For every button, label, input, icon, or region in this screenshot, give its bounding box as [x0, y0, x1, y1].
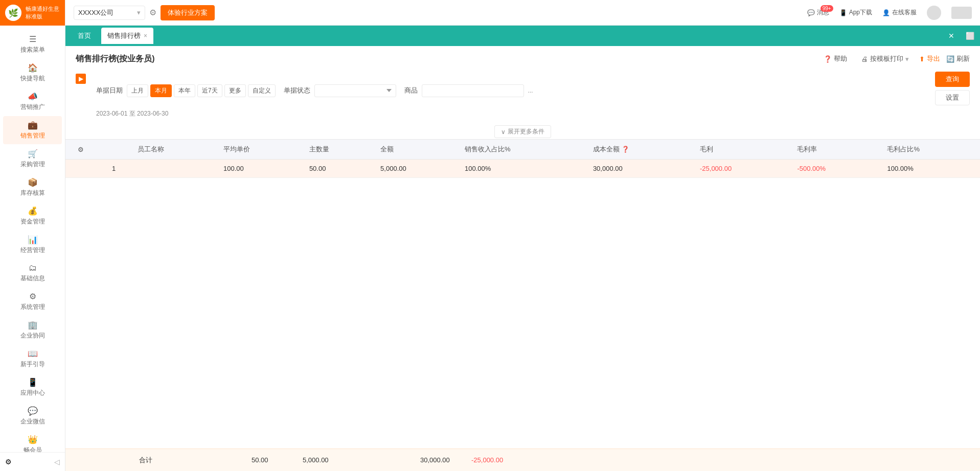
date-btn-this-year[interactable]: 本年: [174, 84, 195, 97]
col-avg-price: 平均单价: [217, 140, 303, 160]
sidebar-item-purchase[interactable]: 🛒采购管理: [3, 145, 62, 173]
sidebar-item-label-system: 系统管理: [20, 303, 45, 311]
table-footer: 合计 50.00 5,000.00 30,000.00 -25,000.00: [65, 448, 980, 471]
col-sales-ratio: 销售收入占比%: [459, 140, 587, 160]
table-settings-icon[interactable]: ⚙: [78, 146, 84, 153]
page-header: 销售排行榜(按业务员) ❓ 帮助 🖨 按模板打印 ▾ ⬆ 导出: [65, 46, 980, 140]
sidebar-item-wechat[interactable]: 💬企业微信: [3, 402, 62, 430]
filter-toggle-btn[interactable]: ▶: [76, 72, 86, 84]
sidebar-nav: ☰搜索菜单🏠快捷导航📣营销推广💼销售管理🛒采购管理📦库存核算💰资金管理📊经营管理…: [0, 26, 65, 452]
filter-expand-icon[interactable]: ▶: [76, 74, 86, 84]
date-btn-last-month[interactable]: 上月: [127, 84, 148, 97]
col-settings[interactable]: ⚙: [65, 140, 96, 160]
sidebar-item-operations[interactable]: 📊经营管理: [3, 231, 62, 259]
sales-icon: 💼: [28, 120, 38, 130]
company-selector[interactable]: XXXXX公司 ▾: [74, 6, 145, 20]
service-icon: 👤: [882, 9, 890, 16]
sidebar-item-label-operations: 经营管理: [20, 246, 45, 255]
tab-close-window-icon[interactable]: ✕: [945, 30, 958, 42]
date-btn-this-month[interactable]: 本月: [150, 84, 172, 97]
search-icon: ☰: [29, 34, 36, 44]
topbar-right: 💬 消息 99+ 📱 App下载 👤 在线客服: [807, 6, 972, 20]
goods-more-btn[interactable]: ...: [528, 87, 533, 94]
user-name-placeholder: [951, 7, 972, 19]
status-select[interactable]: [314, 84, 396, 97]
date-btn-custom[interactable]: 自定义: [248, 84, 276, 97]
sidebar-item-label-search: 搜索菜单: [20, 46, 45, 54]
goods-input[interactable]: [422, 84, 524, 97]
help-button[interactable]: ❓ 帮助: [819, 52, 851, 65]
download-icon: 📱: [839, 9, 847, 16]
footer-amount: 5,000.00: [297, 456, 348, 464]
sidebar-item-member[interactable]: 👑畅会员: [3, 431, 62, 452]
page-title: 销售排行榜(按业务员): [76, 54, 155, 64]
expand-row: ∨ 展开更多条件: [76, 121, 970, 139]
date-buttons: 上月 本月 本年 近7天 更多 自定义: [127, 84, 276, 97]
online-service-button[interactable]: 👤 在线客服: [882, 8, 917, 17]
trial-button[interactable]: 体验行业方案: [161, 5, 215, 20]
sidebar-item-label-finance: 资金管理: [20, 217, 45, 226]
tab-home[interactable]: 首页: [70, 26, 99, 46]
footer-total-label: 合计: [133, 456, 194, 465]
row-0-gross: -25,000.00: [694, 160, 791, 178]
sidebar-item-sales[interactable]: 💼销售管理: [3, 116, 62, 144]
system-icon: ⚙: [29, 291, 36, 301]
app-download-button[interactable]: 📱 App下载: [839, 8, 872, 17]
app-logo: 🌿 畅康通好生意 标准版: [0, 0, 65, 26]
sidebar-collapse-icon[interactable]: ◁: [54, 458, 60, 466]
sidebar-item-guide[interactable]: 📖新手引导: [3, 345, 62, 373]
user-avatar[interactable]: [927, 6, 941, 20]
settings-button[interactable]: 设置: [935, 90, 970, 105]
sidebar-item-enterprise[interactable]: 🏢企业协同: [3, 316, 62, 344]
date-range-display: 2023-06-01 至 2023-06-30: [96, 109, 970, 118]
sidebar-item-appstore[interactable]: 📱应用中心: [3, 373, 62, 401]
refresh-button[interactable]: 🔄 刷新: [946, 54, 970, 63]
tab-sales-ranking[interactable]: 销售排行榜 ×: [101, 28, 153, 44]
export-button[interactable]: ⬆ 导出: [919, 54, 940, 63]
query-button[interactable]: 查询: [935, 72, 970, 87]
sidebar-item-finance[interactable]: 💰资金管理: [3, 202, 62, 230]
date-btn-7days[interactable]: 近7天: [197, 84, 222, 97]
filter-area: ▶ 单据日期 上月 本月 本年 近7天: [76, 72, 970, 139]
footer-gross: -25,000.00: [465, 456, 509, 464]
sidebar-item-label-purchase: 采购管理: [20, 160, 45, 169]
sidebar-item-label-marketing: 营销推广: [20, 103, 45, 111]
tab-restore-icon[interactable]: ⬜: [964, 30, 976, 42]
row-0-avg-price: 100.00: [217, 160, 303, 178]
data-table-wrap: ⚙ 员工名称 平均单价 主数量 全额 销售收入占比% 成本全额 ❓ 毛利 毛利率…: [65, 140, 980, 448]
shortcut-icon: 🏠: [28, 63, 38, 73]
enterprise-icon: 🏢: [28, 320, 38, 330]
col-rank: [96, 140, 131, 160]
row-0-gross-rate: -500.00%: [791, 160, 881, 178]
col-gross-ratio: 毛利占比%: [881, 140, 980, 160]
sidebar-item-inventory[interactable]: 📦库存核算: [3, 173, 62, 201]
date-btn-more[interactable]: 更多: [224, 84, 246, 97]
sidebar-item-label-sales: 销售管理: [20, 131, 45, 140]
cost-help-icon[interactable]: ❓: [622, 146, 629, 153]
sidebar-item-system[interactable]: ⚙系统管理: [3, 287, 62, 316]
sidebar-footer: ⚙ ◁: [0, 452, 65, 471]
purchase-icon: 🛒: [28, 149, 38, 159]
row-0-gross-ratio: 100.00%: [881, 160, 980, 178]
company-dropdown-icon: ▾: [137, 9, 141, 16]
date-filter: 单据日期 上月 本月 本年 近7天 更多 自定义: [96, 84, 276, 97]
filter-fields: 单据日期 上月 本月 本年 近7天 更多 自定义: [96, 72, 970, 121]
sidebar-item-search[interactable]: ☰搜索菜单: [3, 30, 62, 58]
expand-filters-button[interactable]: ∨ 展开更多条件: [494, 125, 551, 138]
col-gross-rate: 毛利率: [791, 140, 881, 160]
print-button[interactable]: 🖨 按模板打印 ▾: [857, 52, 913, 65]
sidebar-item-basic[interactable]: 🗂基础信息: [3, 259, 62, 287]
messages-button[interactable]: 💬 消息 99+: [807, 8, 829, 17]
content-area: 销售排行榜(按业务员) ❓ 帮助 🖨 按模板打印 ▾ ⬆ 导出: [65, 46, 980, 471]
help-icon: ❓: [824, 55, 832, 63]
sidebar-settings-icon[interactable]: ⚙: [5, 458, 12, 466]
topbar-settings-icon[interactable]: ⚙: [149, 8, 156, 17]
footer-qty: 50.00: [245, 456, 297, 464]
table-row: 1 100.00 50.00 5,000.00 100.00% 30,000.0…: [65, 160, 980, 178]
col-cost: 成本全额 ❓: [587, 140, 694, 160]
sidebar-item-shortcut[interactable]: 🏠快捷导航: [3, 59, 62, 87]
sidebar-item-marketing[interactable]: 📣营销推广: [3, 87, 62, 116]
message-icon: 💬: [807, 9, 815, 16]
tabbar-right: ✕ ⬜: [945, 30, 976, 42]
tab-close-icon[interactable]: ×: [144, 32, 147, 39]
